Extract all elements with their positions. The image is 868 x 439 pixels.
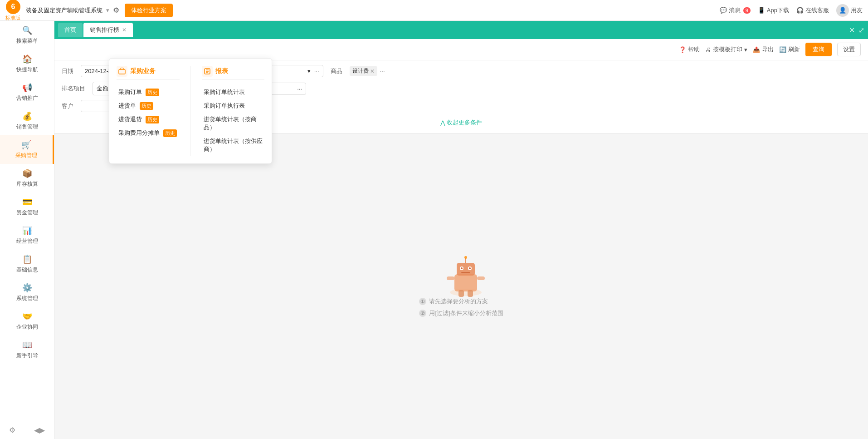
tab-home[interactable]: 首页 — [58, 23, 83, 37]
main-content: ① 请先选择要分析的方案 ② 用[过滤]条件来缩小分析范围 — [54, 133, 868, 439]
svg-rect-16 — [119, 69, 125, 74]
online-service-label: 在线客服 — [805, 6, 829, 15]
content-area: 首页 销售排行榜 ✕ ✕ ⤢ ❓ 帮助 🖨 按模板 — [54, 21, 868, 439]
sidebar-item-inventory[interactable]: 📦 库存核算 — [0, 164, 54, 192]
menu-item-order-exec[interactable]: 采购订单执行表 — [202, 99, 265, 113]
rank-label: 排名项目 — [62, 84, 85, 93]
export-label: 导出 — [762, 45, 774, 54]
sidebar-item-label: 系统管理 — [16, 295, 38, 302]
salesman-more-dots: ··· — [297, 85, 302, 92]
menu-item-purchase-order[interactable]: 采购订单 历史 — [117, 85, 180, 99]
menu-item-stock-stats-supplier[interactable]: 进货单统计表（按供应商） — [202, 134, 265, 156]
query-button[interactable]: 查询 — [805, 43, 832, 56]
help-label: 帮助 — [688, 45, 700, 54]
help-icon: ❓ — [679, 46, 686, 53]
system-title: 装备及固定资产辅助管理系统 — [26, 6, 102, 15]
menu-item-stock-in[interactable]: 进货单 历史 — [117, 99, 180, 113]
print-label: 按模板打印 — [713, 45, 742, 54]
rank-value: 金额 — [97, 84, 108, 93]
message-badge: 9 — [743, 7, 751, 14]
menu-item-purchase-expense[interactable]: 采购费用分摊单 历史 — [117, 126, 180, 140]
sidebar-item-purchase[interactable]: 🛒 采购管理 — [0, 135, 54, 164]
svg-rect-13 — [468, 290, 473, 297]
sidebar-item-nav[interactable]: 🏠 快捷导航 — [0, 49, 54, 78]
gear-icon[interactable]: ⚙ — [113, 6, 119, 15]
menu-item-stock-stats-goods[interactable]: 进货单统计表（按商品） — [202, 113, 265, 134]
goods-more-dots: ··· — [380, 68, 385, 74]
sidebar-item-basic[interactable]: 📋 基础信息 — [0, 250, 54, 278]
help-button[interactable]: ❓ 帮助 — [679, 45, 700, 54]
marketing-icon: 📢 — [22, 83, 32, 93]
sidebar-item-marketing[interactable]: 📢 营销推广 — [0, 78, 54, 107]
maximize-icon[interactable]: ⤢ — [858, 26, 864, 35]
sidebar-item-search[interactable]: 🔍 搜索菜单 — [0, 21, 54, 49]
print-dropdown-icon[interactable]: ▾ — [744, 46, 747, 53]
sidebar-item-guide[interactable]: 📖 新手引导 — [0, 335, 54, 364]
order-exec-label: 采购订单执行表 — [204, 102, 245, 110]
online-service-button[interactable]: 🎧 在线客服 — [796, 6, 829, 15]
headset-icon: 🎧 — [796, 7, 804, 14]
toolbar: ❓ 帮助 🖨 按模板打印 ▾ 📤 导出 🔄 刷新 查询 设置 — [54, 39, 868, 60]
sidebar-item-cooperation[interactable]: 🤝 企业协同 — [0, 307, 54, 335]
management-icon: 📊 — [22, 226, 32, 236]
collapse-button[interactable]: ⋀ 收起更多条件 — [440, 118, 482, 127]
purchase-section-icon — [117, 66, 127, 77]
report-section-icon — [202, 66, 213, 77]
export-icon: 📤 — [753, 46, 760, 53]
app-download-button[interactable]: 📱 App下载 — [758, 6, 789, 15]
user-menu[interactable]: 👤 用友 — [836, 4, 863, 17]
tab-sales-rank[interactable]: 销售排行榜 ✕ — [83, 23, 133, 37]
tip-num-2: ② — [419, 310, 426, 317]
sidebar-item-finance[interactable]: 💳 资金管理 — [0, 192, 54, 221]
purchase-section-title: 采购业务 — [117, 66, 180, 80]
sidebar-item-label: 经营管理 — [16, 237, 38, 245]
industry-button[interactable]: 体验行业方案 — [125, 4, 173, 17]
search-icon: 🔍 — [22, 25, 32, 35]
goods-tag: 设计费 ✕ — [350, 66, 377, 76]
sidebar-item-system[interactable]: ⚙️ 系统管理 — [0, 278, 54, 307]
menu-item-stock-return[interactable]: 进货退货 历史 — [117, 113, 180, 126]
title-dropdown-arrow[interactable]: ▾ — [106, 7, 109, 14]
home-icon: 🏠 — [22, 54, 32, 64]
message-button[interactable]: 💬 消息 9 — [720, 6, 751, 15]
sales-icon: 💰 — [22, 111, 32, 121]
tip-item-2: ② 用[过滤]条件来缩小分析范围 — [419, 307, 503, 319]
sidebar-item-label: 基础信息 — [16, 266, 38, 274]
logo-icon: 6 — [6, 0, 20, 14]
purchase-icon: 🛒 — [21, 140, 31, 150]
dropdown-menu: 采购业务 采购订单 历史 进货单 历史 进货退货 历史 — [109, 58, 272, 164]
svg-rect-10 — [447, 276, 454, 280]
sidebar-item-sales[interactable]: 💰 销售管理 — [0, 107, 54, 135]
logo-text: 标准版 — [5, 15, 20, 21]
export-button[interactable]: 📤 导出 — [753, 45, 774, 54]
stock-in-history: 历史 — [140, 102, 153, 110]
refresh-label: 刷新 — [788, 45, 800, 54]
menu-item-order-stats[interactable]: 采购订单统计表 — [202, 85, 265, 99]
tab-bar: 首页 销售排行榜 ✕ ✕ ⤢ — [54, 21, 868, 39]
app-wrapper: 6 标准版 装备及固定资产辅助管理系统 ▾ ⚙ 体验行业方案 💬 消息 9 📱 … — [0, 0, 868, 439]
sidebar-item-label: 搜索菜单 — [16, 37, 38, 45]
app-download-label: App下载 — [767, 6, 789, 15]
user-label: 用友 — [851, 6, 863, 15]
tip-text-2: 用[过滤]条件来缩小分析范围 — [429, 307, 503, 319]
print-button[interactable]: 🖨 按模板打印 ▾ — [705, 45, 747, 54]
goods-tag-close[interactable]: ✕ — [370, 68, 375, 74]
svg-rect-11 — [477, 276, 485, 280]
sidebar-item-management[interactable]: 📊 经营管理 — [0, 221, 54, 250]
refresh-button[interactable]: 🔄 刷新 — [779, 45, 800, 54]
menu-divider — [190, 66, 191, 156]
tab-close-icon[interactable]: ✕ — [122, 27, 127, 33]
settings-button[interactable]: 设置 — [837, 43, 861, 56]
report-menu-section: 报表 采购订单统计表 采购订单执行表 进货单统计表（按商品） 进货单统计表（按供… — [202, 66, 265, 156]
purchase-order-label: 采购订单 — [118, 88, 142, 96]
top-bar: 6 标准版 装备及固定资产辅助管理系统 ▾ ⚙ 体验行业方案 💬 消息 9 📱 … — [0, 0, 868, 21]
stock-return-history: 历史 — [146, 116, 159, 123]
close-all-tabs-icon[interactable]: ✕ — [849, 26, 855, 35]
sidebar-item-label: 快捷导航 — [16, 66, 38, 74]
collapse-sidebar-icon[interactable]: ◀▶ — [34, 426, 45, 434]
collapse-label: 收起更多条件 — [447, 118, 482, 127]
settings-bottom-icon[interactable]: ⚙ — [9, 426, 15, 434]
tip-num-1: ① — [419, 298, 426, 305]
purchase-expense-label: 采购费用分摊单 — [118, 129, 160, 137]
goods-label: 商品 — [331, 67, 342, 75]
